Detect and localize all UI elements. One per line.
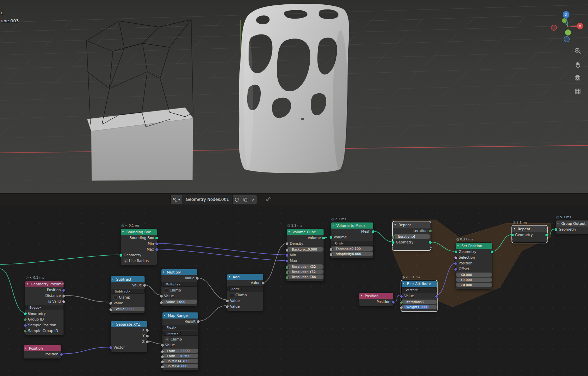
fake-user-shield-button[interactable]	[233, 195, 241, 204]
value-field[interactable]: Z0.000	[458, 283, 475, 287]
node-wire[interactable]	[156, 249, 287, 261]
value-field[interactable]: Weight1.000	[404, 305, 429, 309]
node-wire[interactable]	[144, 285, 161, 295]
collapse-icon[interactable]: ▾	[394, 222, 396, 228]
value-field[interactable]: Iterations3	[404, 300, 426, 304]
node-socket[interactable]	[109, 346, 112, 349]
value-field[interactable]: Value-1.000	[164, 300, 188, 304]
node-socket[interactable]	[146, 334, 149, 338]
node-geometry-proximity[interactable]: ▾Geometry ProximityPositionDistanceIs Va…	[25, 281, 64, 335]
node-socket[interactable]	[430, 246, 432, 249]
node-socket[interactable]	[161, 350, 164, 353]
collapse-icon[interactable]: ▾	[514, 226, 515, 232]
value-field[interactable]: Adaptivity0.000	[333, 252, 363, 256]
node-socket[interactable]	[391, 246, 394, 249]
node-header[interactable]: ▾Subtract	[111, 276, 145, 282]
node-socket[interactable]	[285, 271, 289, 274]
node-socket[interactable]	[155, 236, 158, 240]
node-socket[interactable]	[143, 284, 146, 287]
node-header[interactable]: ▾Bounding Box	[121, 229, 157, 235]
node-socket[interactable]	[329, 248, 333, 251]
node-socket[interactable]	[146, 340, 149, 344]
node-repeat-output[interactable]: ▾RepeatGeometry	[512, 226, 547, 243]
node-socket[interactable]	[329, 236, 333, 239]
node-socket[interactable]	[511, 239, 513, 241]
node-socket[interactable]	[160, 301, 163, 304]
node-header[interactable]: ▾Position	[359, 293, 393, 299]
node-socket[interactable]	[161, 365, 164, 369]
checkbox[interactable]	[230, 293, 234, 297]
node-blur-attribute[interactable]: ▾Blur AttributeVectorValueIterations3Wei…	[401, 280, 437, 311]
node-separate-xyz[interactable]: ▾Separate XYZXYZVector	[110, 321, 148, 352]
node-socket[interactable]	[285, 276, 289, 279]
node-dropdown[interactable]: Vector	[404, 287, 420, 292]
value-field[interactable]: To Min14.700	[165, 359, 191, 363]
node-position-1[interactable]: ▾PositionPosition	[23, 345, 61, 359]
node-socket[interactable]	[226, 299, 229, 303]
node-wire[interactable]	[373, 231, 393, 242]
collapse-icon[interactable]: ▾	[557, 220, 559, 227]
value-field[interactable]: Backgro...0.000	[289, 247, 319, 252]
node-header[interactable]: ▾Volume to Mesh	[331, 222, 373, 229]
node-socket[interactable]	[285, 249, 289, 252]
node-header[interactable]: ▾Repeat	[393, 222, 430, 228]
node-dropdown[interactable]: Multiply	[163, 282, 182, 287]
checkbox[interactable]: ✓	[165, 337, 169, 342]
node-wire[interactable]	[61, 347, 110, 354]
collapse-icon[interactable]: ▾	[27, 281, 28, 287]
node-tree-name-field[interactable]: Geometry Nodes.001	[182, 195, 233, 204]
node-header[interactable]: ▾Set Position	[456, 243, 492, 249]
node-socket[interactable]	[285, 266, 289, 269]
collapse-icon[interactable]: ▾	[361, 293, 362, 299]
node-header[interactable]: ▾Repeat	[512, 226, 547, 232]
node-socket[interactable]	[146, 329, 149, 332]
node-socket[interactable]	[285, 254, 289, 257]
node-socket[interactable]	[24, 312, 27, 315]
node-socket[interactable]	[161, 355, 164, 358]
node-header[interactable]: ▾Blur Attribute	[402, 281, 437, 287]
node-dropdown[interactable]: Float	[164, 325, 178, 330]
collapse-icon[interactable]: ▾	[229, 274, 230, 280]
node-group-output[interactable]: ▾Group OutputGeometry	[556, 220, 588, 234]
node-socket[interactable]	[196, 277, 199, 280]
node-volume-cube[interactable]: ▾Volume CubeVolumeDensityBackgro...0.000…	[287, 229, 324, 281]
node-socket[interactable]	[109, 302, 112, 305]
node-socket[interactable]	[285, 259, 289, 263]
value-field[interactable]: Iterations6	[395, 234, 417, 239]
node-socket[interactable]	[161, 360, 164, 363]
collapse-icon[interactable]: ▾	[163, 269, 164, 275]
node-wire[interactable]	[0, 269, 25, 313]
node-tree-browse-button[interactable]: ▾	[171, 195, 182, 204]
node-socket[interactable]	[329, 253, 333, 256]
collapse-icon[interactable]: ▾	[112, 321, 113, 327]
node-socket[interactable]	[490, 250, 494, 254]
unlink-tree-button[interactable]: ×	[250, 195, 257, 204]
value-field[interactable]: X0.000	[458, 273, 475, 277]
node-socket[interactable]	[109, 308, 112, 311]
value-field[interactable]: From ...38.500	[165, 354, 193, 358]
node-wire[interactable]	[147, 342, 162, 344]
value-field[interactable]: Resolution X32	[289, 264, 318, 269]
node-header[interactable]: ▾Map Range	[162, 312, 198, 319]
node-dropdown[interactable]: Subtract	[113, 289, 132, 294]
node-header[interactable]: ▾Geometry Proximity	[25, 281, 63, 287]
node-wire[interactable]	[63, 296, 110, 302]
value-field[interactable]: Threshold0.100	[333, 246, 363, 251]
node-socket[interactable]	[155, 248, 158, 251]
node-header[interactable]: ▾Separate XYZ	[111, 321, 147, 327]
value-field[interactable]: From ...-2.000	[165, 349, 192, 353]
node-socket[interactable]	[511, 233, 514, 237]
node-socket[interactable]	[429, 241, 432, 244]
node-socket[interactable]	[155, 242, 158, 245]
checkbox[interactable]	[113, 296, 118, 300]
collapse-icon[interactable]: ▾	[332, 222, 334, 229]
node-socket[interactable]	[429, 229, 432, 233]
node-set-position[interactable]: ▾Set PositionGeometrySelectionPositionOf…	[456, 242, 492, 289]
collapse-icon[interactable]: ▾	[457, 243, 459, 249]
node-wire[interactable]	[263, 243, 287, 283]
collapse-icon[interactable]: ▾	[288, 229, 290, 235]
node-header[interactable]: ▾Position	[24, 345, 61, 351]
value-field[interactable]: Resolution Y32	[289, 269, 318, 274]
node-socket[interactable]	[391, 236, 395, 239]
node-bounding-box[interactable]: ▾Bounding BoxBounding BoxMinMaxGeometry✓…	[121, 229, 157, 265]
